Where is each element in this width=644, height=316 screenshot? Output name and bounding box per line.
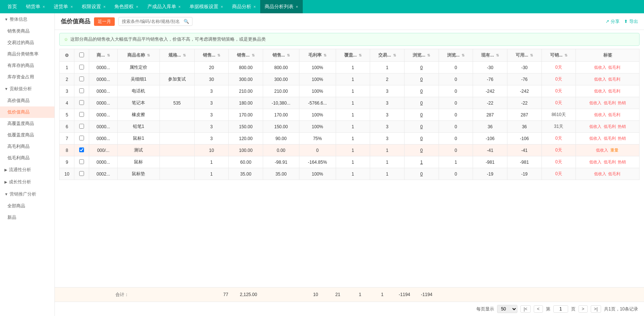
col-trade[interactable]: 交易... ⇅ xyxy=(370,49,405,62)
sidebar-item-category-rate[interactable]: 商品分类销售率 xyxy=(0,48,54,60)
sort-icon[interactable]: ⇅ xyxy=(252,53,255,57)
sort-icon[interactable]: ⇅ xyxy=(323,53,326,57)
row-checkbox[interactable] xyxy=(79,65,84,69)
sidebar-group-growth[interactable]: ▶ 成长性分析 xyxy=(0,176,54,188)
view-link[interactable]: 1 xyxy=(420,160,423,165)
sidebar-group-circulation[interactable]: ▶ 流通性分析 xyxy=(0,164,54,176)
cell-checkbox[interactable] xyxy=(74,109,89,121)
view-link[interactable]: 0 xyxy=(420,171,423,177)
nav-item-template[interactable]: 单据模板设置 × xyxy=(185,0,227,13)
next-page-button[interactable]: > xyxy=(578,305,588,313)
sort-icon[interactable]: ⇅ xyxy=(496,53,499,57)
col-checkbox[interactable] xyxy=(74,49,89,62)
view-link[interactable]: 0 xyxy=(420,112,423,118)
sidebar-item-high-value[interactable]: 高价值商品 xyxy=(0,95,54,106)
cell-view1[interactable]: 0 xyxy=(404,109,439,121)
sidebar-item-low-value[interactable]: 低价值商品 xyxy=(0,106,54,118)
sort-icon[interactable]: ⇅ xyxy=(147,53,150,57)
view-link[interactable]: 0 xyxy=(420,124,423,129)
cell-checkbox[interactable] xyxy=(74,62,89,74)
cell-view1[interactable]: 1 xyxy=(404,156,439,168)
close-icon[interactable]: × xyxy=(70,4,73,9)
cell-view1[interactable]: 0 xyxy=(404,97,439,109)
close-icon[interactable]: × xyxy=(178,4,181,9)
cell-view1[interactable]: 0 xyxy=(404,62,439,74)
nav-item-purchase[interactable]: 进货单 × xyxy=(49,0,77,13)
prev-page-button[interactable]: < xyxy=(534,305,543,313)
row-checkbox[interactable] xyxy=(79,124,84,129)
col-name[interactable]: 商品名称 ⇅ xyxy=(117,49,160,62)
cell-checkbox[interactable] xyxy=(74,85,89,97)
col-sale-price[interactable]: 销售... ⇅ xyxy=(263,49,299,62)
cell-checkbox[interactable] xyxy=(74,168,89,180)
sidebar-group-marketing[interactable]: ▼ 营销推广分析 xyxy=(0,188,54,200)
search-input[interactable] xyxy=(122,19,182,24)
col-coverage[interactable]: 覆盖... ⇅ xyxy=(336,49,370,62)
share-button[interactable]: ↗ 分享 xyxy=(606,18,620,25)
sidebar-item-capital[interactable]: 库存资金占用 xyxy=(0,71,54,83)
row-checkbox[interactable] xyxy=(79,171,84,176)
view-link[interactable]: 0 xyxy=(420,89,423,94)
cell-checkbox[interactable] xyxy=(74,156,89,168)
sort-icon[interactable]: ⇅ xyxy=(564,53,567,57)
cell-view1[interactable]: 0 xyxy=(404,133,439,145)
col-spec[interactable]: 规格... ⇅ xyxy=(160,49,194,62)
col-view1[interactable]: 浏览... ⇅ xyxy=(404,49,439,62)
sort-icon[interactable]: ⇅ xyxy=(107,53,110,57)
col-settings[interactable]: ⚙ xyxy=(60,49,74,62)
close-icon[interactable]: × xyxy=(296,4,298,9)
page-size-select[interactable]: 50 100 xyxy=(497,305,517,313)
sidebar-item-low-margin[interactable]: 低毛利商品 xyxy=(0,152,54,164)
nav-item-sales[interactable]: 销货单 × xyxy=(21,0,49,13)
close-icon[interactable]: × xyxy=(254,4,256,9)
sidebar-item-traded-goods[interactable]: 交易过的商品 xyxy=(0,37,54,48)
sort-icon[interactable]: ⇅ xyxy=(287,53,290,57)
close-icon[interactable]: × xyxy=(221,4,223,9)
col-sale-qty[interactable]: 销售... ⇅ xyxy=(194,49,229,62)
sidebar-item-high-coverage[interactable]: 高覆盖度商品 xyxy=(0,118,54,129)
cell-view1[interactable]: 0 xyxy=(404,145,439,156)
row-checkbox[interactable] xyxy=(79,88,84,93)
nav-item-warehouse[interactable]: 产成品入库单 × xyxy=(143,0,185,13)
sort-icon[interactable]: ⇅ xyxy=(217,53,220,57)
cell-checkbox[interactable] xyxy=(74,97,89,109)
cell-view1[interactable]: 0 xyxy=(404,168,439,180)
col-code[interactable]: 商... ⇅ xyxy=(89,49,117,62)
select-all-checkbox[interactable] xyxy=(79,52,84,57)
sidebar-group-contribution[interactable]: ▼ 贡献值分析 xyxy=(0,83,54,95)
col-view2[interactable]: 浏览... ⇅ xyxy=(439,49,473,62)
sidebar-group-overall[interactable]: ▼ 整体信息 xyxy=(0,13,54,26)
sort-icon[interactable]: ⇅ xyxy=(462,53,464,57)
sidebar-item-low-coverage[interactable]: 低覆盖度商品 xyxy=(0,129,54,141)
sort-icon[interactable]: ⇅ xyxy=(359,53,362,57)
sort-icon[interactable]: ⇅ xyxy=(530,53,533,57)
close-icon[interactable]: × xyxy=(43,4,45,9)
close-icon[interactable]: × xyxy=(103,4,105,9)
sidebar-item-stock-goods[interactable]: 有库存的商品 xyxy=(0,60,54,71)
view-link[interactable]: 0 xyxy=(420,77,423,82)
cell-view1[interactable]: 0 xyxy=(404,85,439,97)
search-icon[interactable]: 🔍 xyxy=(184,19,189,24)
cell-checkbox[interactable] xyxy=(74,133,89,145)
col-margin[interactable]: 毛利率 ⇅ xyxy=(299,49,336,62)
nav-item-roles[interactable]: 角色授权 × xyxy=(110,0,142,13)
col-current-stock[interactable]: 现有... ⇅ xyxy=(473,49,507,62)
export-button[interactable]: ⬆ 导出 xyxy=(624,18,638,25)
row-checkbox[interactable] xyxy=(79,100,84,105)
sidebar-item-high-margin[interactable]: 高毛利商品 xyxy=(0,141,54,152)
row-checkbox[interactable] xyxy=(79,112,84,117)
view-link[interactable]: 0 xyxy=(420,136,423,141)
col-sale-amount[interactable]: 销售... ⇅ xyxy=(229,49,263,62)
cell-checkbox[interactable] xyxy=(74,145,89,156)
last-page-button[interactable]: >| xyxy=(591,305,601,313)
sidebar-item-sales-goods[interactable]: 销售类商品 xyxy=(0,26,54,37)
view-link[interactable]: 0 xyxy=(420,101,423,106)
sidebar-item-all-goods[interactable]: 全部商品 xyxy=(0,200,54,212)
cell-view1[interactable]: 0 xyxy=(404,74,439,85)
cell-checkbox[interactable] xyxy=(74,121,89,133)
sidebar-item-new-goods[interactable]: 新品 xyxy=(0,212,54,223)
row-checkbox[interactable] xyxy=(79,136,84,140)
col-available[interactable]: 可用... ⇅ xyxy=(507,49,541,62)
row-checkbox[interactable] xyxy=(79,159,84,164)
page-number-input[interactable] xyxy=(553,305,568,313)
